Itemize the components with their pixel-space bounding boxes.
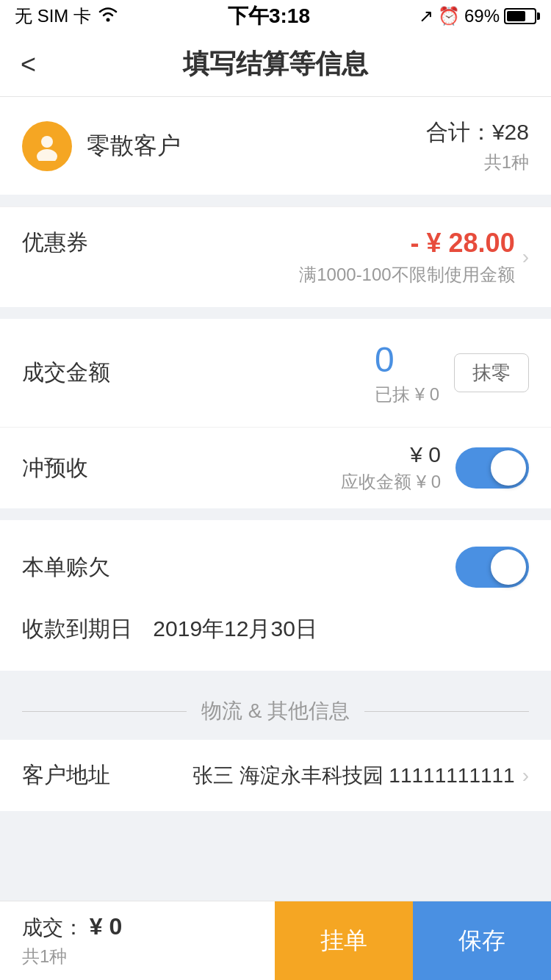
customer-total: 合计：¥28: [426, 118, 529, 148]
coupon-label: 优惠券: [22, 228, 88, 258]
address-section: 客户地址 张三 海淀永丰科技园 11111111111 ›: [0, 740, 551, 811]
bottom-deal-label: 成交：: [22, 916, 84, 939]
battery-percent: 69%: [464, 6, 500, 26]
toggle-knob: [491, 450, 526, 486]
content: 零散客户 合计：¥28 共1种 优惠券 - ¥ 28.00 满1000-100不…: [0, 97, 551, 980]
customer-right: 合计：¥28 共1种: [426, 118, 529, 174]
svg-point-2: [37, 149, 57, 161]
coupon-section: 优惠券 - ¥ 28.00 满1000-100不限制使用金额 ›: [0, 206, 551, 307]
transaction-right: 0 已抹 ¥ 0 抹零: [375, 339, 529, 406]
save-button[interactable]: 保存: [413, 901, 551, 981]
battery-icon: [504, 8, 536, 24]
prepay-label: 冲预收: [22, 453, 88, 483]
status-right: ↗ ⏰ 69%: [419, 6, 536, 26]
customer-row: 零散客户 合计：¥28 共1种: [0, 97, 551, 195]
address-right: 张三 海淀永丰科技园 11111111111 ›: [170, 762, 529, 790]
prepay-right: ¥ 0 应收金额 ¥ 0: [341, 442, 529, 494]
coupon-chevron-icon: ›: [522, 245, 529, 269]
status-bar: 无 SIM 卡 下午3:18 ↗ ⏰ 69%: [0, 0, 551, 32]
customer-name: 零散客户: [87, 130, 181, 162]
deferred-toggle-knob: [491, 550, 526, 585]
address-chevron-icon: ›: [522, 764, 529, 788]
wifi-icon: [97, 6, 119, 26]
prepay-values: ¥ 0 应收金额 ¥ 0: [341, 442, 441, 494]
location-icon: ↗: [419, 6, 433, 26]
back-button[interactable]: <: [21, 49, 36, 80]
deferred-section: 本单赊欠 收款到期日 2019年12月30日: [0, 520, 551, 671]
bottom-deal-count: 共1种: [22, 945, 253, 968]
address-row[interactable]: 客户地址 张三 海淀永丰科技园 11111111111 ›: [0, 740, 551, 811]
prepay-main-value: ¥ 0: [341, 442, 441, 467]
nav-bar: < 填写结算等信息: [0, 32, 551, 97]
coupon-row[interactable]: 优惠券 - ¥ 28.00 满1000-100不限制使用金额 ›: [0, 206, 551, 307]
customer-avatar: [22, 121, 72, 171]
status-time: 下午3:18: [228, 2, 310, 30]
due-date-row[interactable]: 收款到期日 2019年12月30日: [0, 614, 551, 671]
alarm-icon: ⏰: [438, 6, 460, 26]
deferred-label: 本单赊欠: [22, 552, 110, 583]
transaction-sub: 已抹 ¥ 0: [375, 383, 439, 406]
transaction-section: 成交金额 0 已抹 ¥ 0 抹零 冲预收 ¥ 0 应收金额 ¥ 0: [0, 319, 551, 508]
round-zero-button[interactable]: 抹零: [454, 353, 529, 392]
carrier-text: 无 SIM 卡: [15, 4, 91, 28]
coupon-discount: - ¥ 28.00: [299, 228, 514, 259]
logistics-header: 物流 & 其他信息: [0, 682, 551, 740]
customer-left: 零散客户: [22, 121, 181, 171]
bottom-info: 成交： ¥ 0 共1种: [0, 913, 275, 968]
transaction-value[interactable]: 0: [375, 339, 439, 380]
address-label: 客户地址: [22, 760, 110, 790]
due-date-value: 2019年12月30日: [153, 616, 317, 641]
bottom-bar: 成交： ¥ 0 共1种 挂单 保存: [0, 901, 551, 980]
page-title: 填写结算等信息: [183, 46, 368, 82]
svg-point-0: [107, 18, 110, 22]
logistics-title: 物流 & 其他信息: [201, 697, 350, 725]
prepay-toggle[interactable]: [455, 447, 529, 489]
customer-count: 共1种: [426, 151, 529, 174]
deferred-toggle[interactable]: [455, 547, 529, 588]
transaction-row: 成交金额 0 已抹 ¥ 0 抹零: [0, 319, 551, 427]
customer-section: 零散客户 合计：¥28 共1种: [0, 97, 551, 195]
bottom-deal-value: ¥ 0: [90, 913, 122, 940]
status-left: 无 SIM 卡: [15, 4, 119, 28]
prepay-row: 冲预收 ¥ 0 应收金额 ¥ 0: [0, 427, 551, 508]
svg-point-1: [41, 136, 53, 148]
deferred-row: 本单赊欠: [0, 520, 551, 614]
pending-button[interactable]: 挂单: [275, 901, 413, 981]
transaction-label: 成交金额: [22, 358, 110, 388]
prepay-sub-text: 应收金额 ¥ 0: [341, 470, 441, 494]
due-date-label: 收款到期日: [22, 616, 132, 641]
address-value: 张三 海淀永丰科技园 11111111111: [192, 762, 515, 790]
bottom-deal-row: 成交： ¥ 0: [22, 913, 253, 942]
coupon-right: - ¥ 28.00 满1000-100不限制使用金额 ›: [299, 228, 529, 287]
coupon-sub: 满1000-100不限制使用金额: [299, 263, 514, 287]
